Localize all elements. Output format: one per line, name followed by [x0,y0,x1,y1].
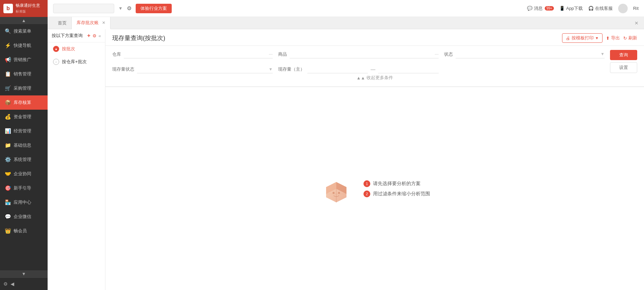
tab-home[interactable]: 首页 [53,17,72,29]
sidebar-item-basics[interactable]: 📁 基础信息 [0,138,48,152]
stock-status-chevron-icon: ▼ [269,67,273,72]
warehouse-label: 仓库 [112,51,121,57]
left-panel-title: 按以下方案查询 [52,33,83,39]
right-panel: 现存量查询(按批次) 🖨 按模板打印 ▼ ⬆ 导出 ↻ 刷新 [105,29,644,290]
sidebar-item-system[interactable]: ⚙️ 系统管理 [0,152,48,167]
warehouse-dots-btn[interactable]: ··· [269,51,273,57]
messages-label: 消息 [534,5,543,12]
topbar-gear-icon[interactable]: ⚙ [127,5,132,12]
filter-warehouse: 仓库 ··· [112,50,273,58]
topbar-right: 💬 消息 99+ 📱 App下载 🎧 在线客服 Rit [527,4,639,13]
marketing-icon: 📢 [5,57,11,63]
system-icon: ⚙️ [5,157,11,163]
stock-status-select[interactable] [137,65,269,73]
finance-icon: 💰 [5,114,11,120]
status-select[interactable] [456,50,600,58]
stock-qty-label: 现存量（主） [278,66,305,72]
template-print-btn[interactable]: 🖨 按模板打印 ▼ [562,33,603,43]
sidebar-item-label-enterprise-wechat: 企业微信 [14,214,31,220]
sidebar-item-operations[interactable]: 📊 经营管理 [0,124,48,138]
filter-action-buttons: 查询 设置 [610,50,637,73]
sidebar-item-search-menu[interactable]: 🔍 搜索菜单 [0,24,48,38]
tab-close-icon[interactable]: ✕ [102,20,105,25]
collapse-row[interactable]: ▲▲ 收起更多条件 [112,73,637,82]
empty-state-icon [319,172,353,206]
product-label: 商品 [278,51,287,57]
filter-row-2: 现存量状态 ▼ 现存量（主） [112,65,605,73]
online-service-label: 在线客服 [595,5,613,12]
quick-nav-icon: ⚡ [5,42,11,49]
by-batch-active-icon: ● [53,46,59,52]
headset-icon: 🎧 [588,6,594,11]
left-panel-add-btn[interactable]: + [87,33,90,39]
product-dots-btn[interactable]: ··· [435,51,439,57]
sidebar-scroll-up[interactable]: ▲ [0,17,48,24]
sidebar-item-sales[interactable]: 📋 销售管理 [0,67,48,81]
message-icon: 💬 [527,6,532,11]
sidebar-item-label-search-menu: 搜索菜单 [14,28,31,34]
sidebar-item-enterprise-wechat[interactable]: 💬 企业微信 [0,210,48,224]
sidebar-item-app-center[interactable]: 🏪 应用中心 [0,195,48,210]
app-download-label: App下载 [566,5,583,12]
refresh-btn[interactable]: ↻ 刷新 [623,35,637,41]
collapse-sidebar-icon[interactable]: ◀ [11,281,14,287]
sidebar-item-label-operations: 经营管理 [14,128,31,134]
left-panel: 按以下方案查询 + ⚙ « ● 按批次 ○ 按仓库+批次 [48,29,105,290]
export-btn[interactable]: ⬆ 导出 [606,35,620,41]
basics-icon: 📁 [5,142,11,148]
app-download-action[interactable]: 📱 App下载 [559,5,583,12]
left-panel-settings-btn[interactable]: ⚙ [92,33,97,38]
product-input-container: ··· [290,50,439,58]
sidebar-item-label-sales: 销售管理 [14,71,31,77]
username-label[interactable]: Rit [633,6,639,11]
sidebar-item-marketing[interactable]: 📢 营销推广 [0,53,48,67]
export-label: 导出 [611,35,620,41]
stock-qty-max-input[interactable] [378,65,439,73]
inventory-icon: 📦 [5,99,11,106]
stock-status-select-wrapper: ▼ [137,65,273,73]
sidebar-item-inventory[interactable]: 📦 库存核算 [0,95,48,110]
sidebar-item-label-basics: 基础信息 [14,142,31,148]
warehouse-input[interactable] [124,52,269,57]
left-panel-item-by-warehouse-batch[interactable]: ○ 按仓库+批次 [48,55,105,68]
sidebar-header: b 畅康通好生意 标准版 [0,0,48,17]
stock-qty-min-input[interactable] [307,65,368,73]
sidebar-item-label-enterprise-collab: 企业协同 [14,171,31,177]
settings-button[interactable]: 设置 [610,62,637,73]
tab-home-label: 首页 [58,20,67,26]
sidebar-item-member[interactable]: 👑 畅会员 [0,224,48,238]
empty-tip-2: 2 用过滤条件来缩小分析范围 [363,191,430,197]
company-name: 畅康通好生意 [16,3,40,8]
online-service-action[interactable]: 🎧 在线客服 [588,5,613,12]
app-logo: b [3,4,13,13]
filter-stock-status: 现存量状态 ▼ [112,65,273,73]
sidebar-item-finance[interactable]: 💰 资金管理 [0,110,48,124]
query-button[interactable]: 查询 [610,50,637,60]
sidebar-item-purchase[interactable]: 🛒 采购管理 [0,81,48,95]
tip-num-1: 1 [363,180,370,187]
product-input[interactable] [290,52,435,57]
messages-badge: 99+ [545,6,554,11]
experience-btn[interactable]: 体验行业方案 [136,4,172,13]
filter-status: 状态 ▼ [444,50,605,58]
sidebar-item-new-user-guide[interactable]: 🎯 新手引导 [0,181,48,195]
filter-product: 商品 ··· [278,50,439,58]
tab-inventory-batch[interactable]: 库存批次账 ✕ [72,17,111,29]
left-panel-item-by-batch[interactable]: ● 按批次 [48,42,105,55]
tip-text-2: 用过滤条件来缩小分析范围 [373,191,430,197]
messages-action[interactable]: 💬 消息 99+ [527,5,554,12]
by-warehouse-batch-icon: ○ [53,59,59,65]
sidebar-item-enterprise-collab[interactable]: 🤝 企业协同 [0,167,48,181]
user-avatar[interactable] [618,4,628,13]
left-panel-collapse-btn[interactable]: « [99,33,101,38]
sidebar-item-label-quick-nav: 快捷导航 [14,42,31,49]
topbar-dropdown-icon[interactable]: ▼ [118,6,123,11]
sidebar-item-quick-nav[interactable]: ⚡ 快捷导航 [0,38,48,53]
tabs-close-all-icon[interactable]: ✕ [634,20,639,26]
tip-text-1: 请先选择要分析的方案 [373,181,421,187]
page-title: 现存量查询(按批次) [112,34,165,42]
sidebar-scroll-down[interactable]: ▼ [0,270,48,277]
status-chevron-icon: ▼ [600,52,605,56]
purchase-icon: 🛒 [5,85,11,91]
settings-footer-icon[interactable]: ⚙ [3,281,8,287]
